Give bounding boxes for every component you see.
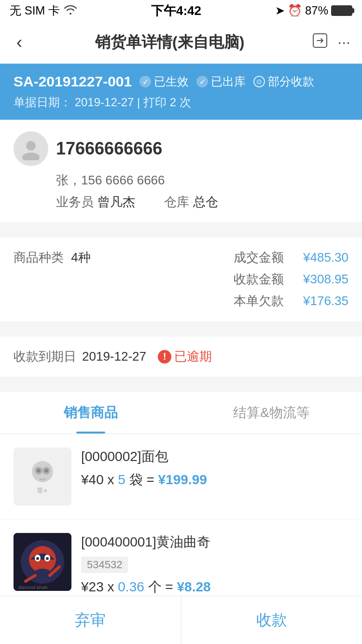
status-partial-label: 部分收款 (268, 74, 314, 89)
sales-name: 曾凡杰 (97, 194, 135, 210)
qty-2: 0.36 (118, 579, 144, 594)
tab-settlement[interactable]: 结算&物流等 (181, 392, 362, 434)
tab-products-label: 销售商品 (64, 405, 118, 420)
product-code-2: [000400001] (81, 534, 156, 549)
svg-point-7 (44, 469, 48, 473)
tab-products[interactable]: 销售商品 (0, 392, 181, 434)
unit-1: 袋 (129, 472, 143, 487)
overdue-text: 已逾期 (174, 348, 212, 365)
order-header-top: SA-20191227-001 ✓ 已生效 ✓ 已出库 ⊙ 部分收款 (14, 73, 348, 90)
check-icon-1: ✓ (139, 76, 151, 87)
unit-2: 个 (148, 579, 162, 594)
order-date: 单据日期： 2019-12-27 | 打印 2 次 (14, 95, 348, 110)
status-shipped: ✓ 已出库 (196, 74, 246, 89)
product-title-1: 面包 (141, 449, 168, 464)
total-2: ¥8.28 (177, 579, 210, 594)
status-partial: ⊙ 部分收款 (253, 74, 314, 89)
confirm-label: 收款 (256, 610, 287, 631)
amount-value: ¥485.30 (303, 250, 348, 265)
tab-settlement-label: 结算&物流等 (233, 405, 310, 420)
product-sku-2: 534532 (81, 557, 128, 573)
product-name-1: [0000002]面包 (81, 448, 348, 466)
type-value: 4种 (71, 250, 90, 265)
due-date: 2019-12-27 (82, 349, 146, 364)
back-button[interactable]: ‹ (12, 28, 27, 57)
check-icon-2: ✓ (196, 76, 208, 87)
received-label: 收款金额 (234, 271, 284, 288)
confirm-button[interactable]: 收款 (181, 596, 362, 644)
bottom-bar: 弃审 收款 (0, 596, 362, 644)
warehouse-label: 仓库 (164, 194, 189, 210)
status-left: 无 SIM 卡 (10, 3, 77, 18)
share-icon[interactable] (312, 33, 328, 52)
product-info-2: [000400001]黄油曲奇 534532 ¥23 x 0.36 个 = ¥8… (81, 533, 348, 596)
product-item: 草+ [0000002]面包 ¥40 x 5 袋 = ¥199.99 (0, 434, 362, 519)
product-title-2: 黄油曲奇 (156, 534, 210, 549)
customer-avatar (14, 131, 48, 166)
products-section: 草+ [0000002]面包 ¥40 x 5 袋 = ¥199.99 (0, 434, 362, 610)
divider-1 (0, 230, 362, 238)
customer-section: 17666666666 张，156 6666 6666 业务员 曾凡杰 仓库 总… (0, 120, 362, 222)
amount-label: 成交金额 (234, 249, 284, 266)
svg-point-6 (37, 469, 41, 473)
product-price-2: ¥23 x 0.36 个 = ¥8.28 (81, 578, 348, 596)
product-code-1: [0000002] (81, 449, 141, 464)
nav-actions: ··· (312, 33, 350, 52)
status-effective: ✓ 已生效 (139, 74, 189, 89)
divider-3 (0, 384, 362, 392)
received-value: ¥308.95 (303, 272, 348, 287)
svg-point-2 (22, 153, 40, 160)
more-icon[interactable]: ··· (337, 33, 350, 51)
price-eq-1: = (146, 472, 158, 487)
warehouse-name: 总仓 (193, 194, 218, 210)
product-thumb-2: diamond whale (14, 533, 71, 591)
clock-icon: ⊙ (253, 76, 265, 87)
tabs-container: 销售商品 结算&物流等 (0, 392, 362, 434)
print-info: | 打印 2 次 (137, 96, 191, 109)
status-effective-label: 已生效 (154, 74, 189, 89)
customer-meta: 业务员 曾凡杰 仓库 总仓 (56, 194, 348, 210)
stats-row-owed: 本单欠款 ¥176.35 (234, 293, 348, 309)
product-thumb-1: 草+ (14, 448, 71, 505)
product-info-1: [0000002]面包 ¥40 x 5 袋 = ¥199.99 (81, 448, 348, 489)
price-x-1: x (108, 472, 118, 487)
sales-label: 业务员 (56, 194, 94, 210)
svg-point-14 (36, 557, 39, 560)
location-icon: ➤ (275, 4, 285, 17)
due-label: 收款到期日 (14, 348, 76, 365)
svg-text:diamond whale: diamond whale (18, 585, 48, 590)
battery-icon (331, 5, 352, 16)
price-base-2: ¥23 (81, 579, 104, 594)
svg-text:草+: 草+ (37, 487, 47, 494)
overdue-icon: ! (158, 350, 171, 364)
alarm-icon: ⏰ (288, 4, 302, 17)
type-label: 商品种类 (14, 250, 64, 265)
order-header: SA-20191227-001 ✓ 已生效 ✓ 已出库 ⊙ 部分收款 单据日期：… (0, 64, 362, 120)
due-section: 收款到期日 2019-12-27 ! 已逾期 (0, 336, 362, 377)
overdue-badge: ! 已逾期 (158, 348, 212, 365)
total-1: ¥199.99 (158, 472, 207, 487)
date-value: 2019-12-27 (75, 96, 134, 109)
divider-2 (0, 329, 362, 336)
stats-row-amount: 成交金额 ¥485.30 (234, 249, 348, 266)
date-label: 单据日期： (14, 96, 71, 109)
price-eq-2: = (165, 579, 177, 594)
nav-bar: ‹ 销货单详情(来自电脑) ··· (0, 21, 362, 64)
svg-point-1 (26, 141, 36, 151)
owed-value: ¥176.35 (303, 294, 348, 308)
owed-label: 本单欠款 (234, 293, 284, 309)
stats-left: 商品种类 4种 (14, 249, 91, 266)
stats-row-received: 收款金额 ¥308.95 (234, 271, 348, 288)
stats-section: 商品种类 4种 成交金额 ¥485.30 收款金额 ¥308.95 本单欠款 ¥… (0, 238, 362, 321)
status-time: 下午4:42 (151, 2, 201, 19)
price-x-2: x (108, 579, 118, 594)
customer-row: 17666666666 (14, 131, 348, 166)
qty-1: 5 (118, 472, 125, 487)
wifi-icon (64, 4, 77, 17)
cancel-button[interactable]: 弃审 (0, 596, 181, 644)
status-bar: 无 SIM 卡 下午4:42 ➤ ⏰ 87% (0, 0, 362, 21)
cancel-label: 弃审 (75, 610, 106, 631)
page-title: 销货单详情(来自电脑) (95, 32, 244, 53)
svg-point-15 (46, 557, 49, 560)
status-shipped-label: 已出库 (211, 74, 246, 89)
